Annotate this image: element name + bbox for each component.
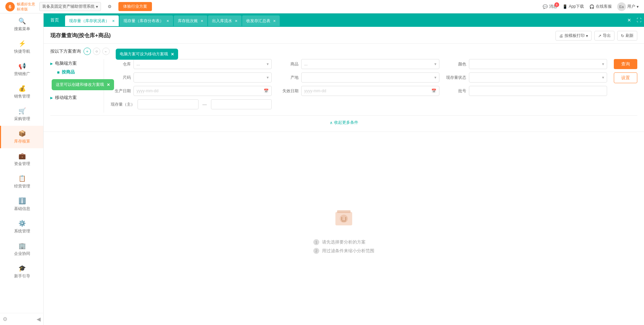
close-tab-icon[interactable]: ✕ <box>273 19 276 23</box>
sidebar-item-operations[interactable]: 📋 经营管理 <box>0 171 43 193</box>
export-button[interactable]: ↗ 导出 <box>594 31 614 41</box>
back-arrow-button[interactable]: ← <box>102 48 110 55</box>
user-menu[interactable]: Ea 用户 ▾ <box>617 2 639 11</box>
svg-rect-1 <box>337 210 351 213</box>
sidebar-bottom: ⚙ ◀ <box>0 313 43 325</box>
sidebar-item-marketing[interactable]: 📢 营销推广 <box>0 58 43 81</box>
refresh-button[interactable]: ↻ 刷新 <box>617 31 637 41</box>
tooltip-close-icon[interactable]: ✕ <box>171 52 174 57</box>
filter-size: 尺码 ▾ <box>111 72 272 83</box>
close-tab-icon[interactable]: ✕ <box>112 19 115 23</box>
close-tab-icon[interactable]: ✕ <box>201 19 203 23</box>
filter-stock-main: 现存量（主） — <box>111 99 272 109</box>
system-selector[interactable]: 装备及固定资产辅助管理系统 ▾ <box>39 2 101 11</box>
sidebar-item-inventory[interactable]: 📦 库存核算 <box>0 126 43 148</box>
print-button[interactable]: 🖨 按模板打印 ▾ <box>555 31 592 41</box>
page-title: 现存量查询(按仓库+商品) <box>50 32 111 39</box>
tab-batch-account[interactable]: 库存批次账 ✕ <box>174 15 207 26</box>
sidebar: 🔍 搜索菜单 ⚡ 快捷导航 📢 营销推广 💰 销售管理 🛒 采购管理 <box>0 13 44 325</box>
add-scheme-button[interactable]: ＋ <box>84 48 91 55</box>
tooltip2-close-icon[interactable]: ✕ <box>107 83 110 87</box>
sidebar-item-search-menu[interactable]: 🔍 搜索菜单 <box>0 13 43 36</box>
chevron-down-icon: ▾ <box>434 62 436 66</box>
size-select[interactable]: ▾ <box>133 72 272 83</box>
filter-goods: 商品 ... ▾ <box>278 59 439 69</box>
batch-input[interactable] <box>469 86 607 96</box>
goods-select[interactable]: ... ▾ <box>301 59 439 69</box>
close-tab-icon[interactable]: ✕ <box>166 19 169 23</box>
tab-inout-flow[interactable]: 出入库流水 ✕ <box>208 15 241 26</box>
scheme-item-by-goods[interactable]: ■ 按商品 <box>57 68 100 76</box>
warehouse-select[interactable]: ... ▾ <box>133 59 272 69</box>
collapse-sidebar-icon[interactable]: ◀ <box>37 316 41 322</box>
sidebar-item-purchase[interactable]: 🛒 采购管理 <box>0 103 43 126</box>
sidebar-item-finance[interactable]: 💼 资金管理 <box>0 148 43 171</box>
filter-row-2: 尺码 ▾ 产地 ▾ <box>111 72 607 83</box>
tab-home[interactable]: 首页 <box>45 13 64 27</box>
money-icon: 💰 <box>18 85 26 92</box>
settings-bottom-icon[interactable]: ⚙ <box>3 316 7 322</box>
online-support-button[interactable]: 🎧 在线客服 <box>589 4 612 9</box>
filter-actions: ＋ ○ ← <box>84 48 110 55</box>
trial-button[interactable]: 体验行业方案 <box>118 2 152 11</box>
expiry-date-input[interactable]: yyyy-mm-dd 📅 <box>301 86 439 96</box>
scheme-group-mobile[interactable]: ▶ 移动端方案 <box>50 93 100 102</box>
search-button[interactable]: 查询 <box>614 59 637 69</box>
close-tab-icon[interactable]: ✕ <box>235 19 237 23</box>
briefcase-icon: 💼 <box>18 152 26 160</box>
filter-area: 按以下方案查询 ＋ ○ ← 电脑方案可设为移动方案哦 ✕ <box>44 44 644 132</box>
origin-select[interactable]: ▾ <box>301 72 439 83</box>
close-all-tabs-icon[interactable]: ✕ <box>626 16 633 24</box>
filter-warehouse: 仓库 ... ▾ <box>111 59 272 69</box>
logo-icon: 6 <box>5 2 15 11</box>
color-select[interactable]: ▾ <box>469 59 607 69</box>
chevron-up-icon: ∧ <box>330 120 333 125</box>
logo-area: 6 畅通好生意 标准版 <box>5 2 35 11</box>
sidebar-item-sales[interactable]: 💰 销售管理 <box>0 81 43 103</box>
stock-status-select[interactable]: ▾ <box>469 72 607 83</box>
scheme-tree: ▶ 电脑端方案 ■ 按商品 <box>50 59 100 102</box>
tab-summary[interactable]: 收发存汇总表 ✕ <box>242 15 280 26</box>
page-header: 现存量查询(按仓库+商品) 🖨 按模板打印 ▾ ↗ 导出 ↻ 刷新 <box>44 27 644 44</box>
tab-bar: 首页 现存量（库存状况表） ✕ 现存量（库存分布表） ✕ 库存批次账 ✕ 出入库… <box>44 13 644 27</box>
refresh-icon: ↻ <box>621 34 624 38</box>
printer-icon: 🖨 <box>559 34 563 38</box>
stock-max-input[interactable] <box>211 99 272 109</box>
edit-scheme-button[interactable]: ○ <box>93 48 100 55</box>
app-download-button[interactable]: 📱 App下载 <box>562 4 584 9</box>
search-icon: 🔍 <box>18 17 26 25</box>
sidebar-item-label: 采购管理 <box>14 116 30 122</box>
expand-icon[interactable]: ⛶ <box>635 16 643 24</box>
sidebar-item-system[interactable]: ⚙️ 系统管理 <box>0 216 43 238</box>
reset-button[interactable]: 设置 <box>614 72 637 83</box>
selected-indicator: ■ <box>57 70 60 75</box>
scheme-group-desktop[interactable]: ▶ 电脑端方案 <box>50 59 100 68</box>
sidebar-item-basic-info[interactable]: ℹ️ 基础信息 <box>0 193 43 216</box>
filter-header: 按以下方案查询 ＋ ○ ← 电脑方案可设为移动方案哦 ✕ <box>50 48 637 55</box>
scheme-item-label: 按商品 <box>62 69 75 75</box>
megaphone-icon: 📢 <box>18 62 26 70</box>
gear-icon: ⚙️ <box>18 220 26 227</box>
avatar: Ea <box>617 2 626 11</box>
chevron-down-icon: ▾ <box>267 75 269 80</box>
settings-icon[interactable]: ⚙ <box>105 2 114 11</box>
sidebar-item-label: 快捷导航 <box>14 49 30 54</box>
filter-row-4: 现存量（主） — <box>111 99 607 109</box>
tab-bar-actions: ✕ ⛶ <box>626 16 643 24</box>
sidebar-item-label: 销售管理 <box>14 94 30 99</box>
filter-production-date: 生产日期 yyyy-mm-dd 📅 <box>111 86 272 96</box>
export-icon: ↗ <box>598 34 601 38</box>
tooltip-create-scheme: 这里可以创建和修改方案哦 ✕ <box>52 79 114 90</box>
production-date-input[interactable]: yyyy-mm-dd 📅 <box>133 86 272 96</box>
sidebar-item-guide[interactable]: 🎓 新手引导 <box>0 261 43 283</box>
stock-min-input[interactable] <box>138 99 199 109</box>
message-button[interactable]: 💬 消息 6 <box>543 4 557 9</box>
tab-inventory-status[interactable]: 现存量（库存状况表） ✕ <box>65 15 119 26</box>
sidebar-item-quick-nav[interactable]: ⚡ 快捷导航 <box>0 36 43 58</box>
sidebar-item-enterprise[interactable]: 🏢 企业协同 <box>0 238 43 261</box>
header-actions: 🖨 按模板打印 ▾ ↗ 导出 ↻ 刷新 <box>555 31 637 41</box>
tab-inventory-dist[interactable]: 现存量（库存分布表） ✕ <box>119 15 173 26</box>
top-bar-right: 💬 消息 6 📱 App下载 🎧 在线客服 Ea 用户 ▾ <box>543 2 639 11</box>
collapse-filter-button[interactable]: ∧ 收起更多条件 <box>50 118 637 127</box>
app-container: 6 畅通好生意 标准版 装备及固定资产辅助管理系统 ▾ ⚙ 体验行业方案 💬 消… <box>0 0 644 325</box>
